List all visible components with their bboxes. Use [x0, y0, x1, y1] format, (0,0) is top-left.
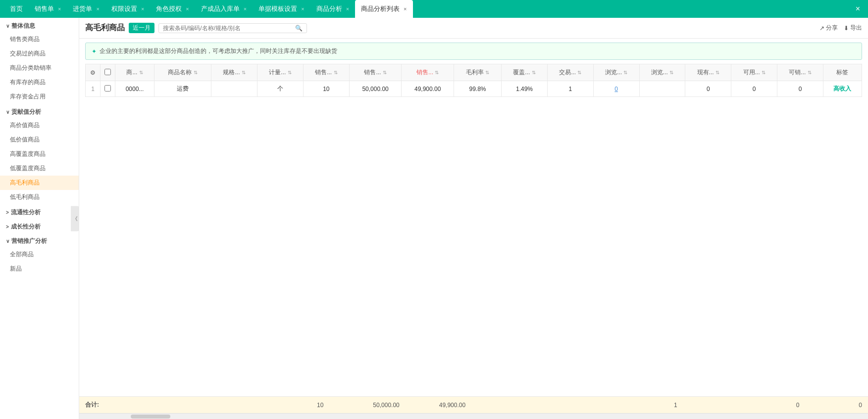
sidebar-item-traded-goods[interactable]: 交易过的商品: [0, 47, 79, 61]
col-trade: 交易... ⇅: [547, 64, 593, 81]
sidebar-item-all-goods[interactable]: 全部商品: [0, 247, 79, 262]
header-actions: ↗ 分享 ⬇ 导出: [819, 24, 862, 32]
cell-current: 0: [685, 81, 731, 97]
cell-checkbox[interactable]: [101, 81, 115, 97]
footer-sales-qty: 10: [317, 402, 323, 409]
cell-view1[interactable]: 0: [593, 81, 639, 97]
content-header: 高毛利商品 近一月 🔍 ↗ 分享 ⬇ 导出: [79, 18, 868, 39]
table-row: 1 0000... 运费 个 10 50,000.00 49,900.00 99…: [86, 81, 862, 97]
nav-permissions[interactable]: 权限设置 ×: [105, 0, 150, 18]
cell-tag: 高收入: [823, 81, 862, 97]
scrollbar-thumb[interactable]: [131, 415, 170, 419]
col-name: 商品名称 ⇅: [154, 64, 211, 81]
col-current: 现有... ⇅: [685, 64, 731, 81]
footer-trade: 1: [674, 402, 677, 409]
page-title: 高毛利商品: [85, 23, 125, 33]
cell-sales-qty: 10: [303, 81, 349, 97]
col-settings[interactable]: ⚙: [86, 64, 101, 81]
col-sales-profit: 销售... ⇅: [402, 64, 454, 81]
chevron-down-icon: ∨: [6, 109, 9, 115]
table-footer: 合计: 10 50,000.00 49,900.00 1 0 0: [79, 396, 868, 413]
row-checkbox[interactable]: [104, 85, 111, 92]
cell-sales-amount: 50,000.00: [349, 81, 402, 97]
nav-purchase-order[interactable]: 进货单 ×: [67, 0, 105, 18]
footer-sales-profit: 49,900.00: [439, 402, 465, 409]
sidebar-group-growth[interactable]: > 成长性分析: [0, 219, 79, 233]
sidebar-item-category-rate[interactable]: 商品分类助销率: [0, 61, 79, 75]
search-input[interactable]: [163, 25, 293, 32]
footer-available: 0: [859, 402, 862, 409]
sidebar-group-flow[interactable]: > 流通性分析: [0, 204, 79, 219]
col-spec: 规格... ⇅: [211, 64, 257, 81]
close-icon[interactable]: ×: [58, 0, 61, 18]
cell-name: 运费: [154, 81, 211, 97]
chevron-right-icon: >: [6, 210, 9, 215]
close-icon[interactable]: ×: [96, 0, 99, 18]
col-unit: 计量... ⇅: [257, 64, 304, 81]
footer-sales-amount: 50,000.00: [373, 402, 399, 409]
export-button[interactable]: ⬇ 导出: [844, 24, 862, 32]
nav-home[interactable]: 首页: [4, 0, 29, 18]
cell-sales-profit: 49,900.00: [402, 81, 454, 97]
chevron-down-icon: ∨: [6, 238, 9, 244]
sidebar-item-sales-goods[interactable]: 销售类商品: [0, 32, 79, 47]
cell-unit: 个: [257, 81, 304, 97]
col-coverage: 覆盖... ⇅: [502, 64, 548, 81]
cell-spec: [211, 81, 257, 97]
sidebar-item-low-coverage[interactable]: 低覆盖度商品: [0, 161, 79, 176]
cell-sellable: 0: [777, 81, 823, 97]
close-icon[interactable]: ×: [244, 0, 247, 18]
cell-code: 0000...: [115, 81, 154, 97]
top-nav: 首页 销售单 × 进货单 × 权限设置 × 角色授权 × 产成品入库单 × 单据…: [0, 0, 868, 18]
sidebar-item-low-value[interactable]: 低价值商品: [0, 133, 79, 147]
nav-product-analysis[interactable]: 商品分析 ×: [310, 0, 355, 18]
data-table: ⚙ 商... ⇅ 商品名称 ⇅ 规格... ⇅ 计量... ⇅ 销售... ⇅ …: [85, 64, 862, 97]
close-icon[interactable]: ×: [141, 0, 144, 18]
notice-icon: ✦: [92, 48, 97, 55]
nav-product-analysis-list[interactable]: 商品分析列表 ×: [355, 0, 412, 18]
col-view1: 浏览... ⇅: [593, 64, 639, 81]
notice-bar: ✦ 企业的主要的利润都是这部分商品创造的，可考虑加大推广，同时关注库存是不要出现…: [85, 43, 862, 60]
nav-sales-order[interactable]: 销售单 ×: [29, 0, 67, 18]
col-sales-qty: 销售... ⇅: [303, 64, 349, 81]
sidebar-group-marketing[interactable]: ∨ 营销推广分析: [0, 233, 79, 247]
time-filter-button[interactable]: 近一月: [129, 23, 154, 33]
sidebar-group-overall[interactable]: ∨ 整体信息: [0, 18, 79, 32]
close-icon[interactable]: ×: [186, 0, 189, 18]
col-sellable: 可销... ⇅: [777, 64, 823, 81]
sidebar-item-high-coverage[interactable]: 高覆盖度商品: [0, 147, 79, 161]
close-icon[interactable]: ×: [404, 0, 407, 18]
nav-template-settings[interactable]: 单据模板设置 ×: [253, 0, 310, 18]
content-area: 高毛利商品 近一月 🔍 ↗ 分享 ⬇ 导出 ✦ 企业的主要的利润都是这部分商品创…: [79, 18, 868, 419]
sidebar-item-stock-capital[interactable]: 库存资金占用: [0, 90, 79, 104]
col-checkbox[interactable]: [101, 64, 115, 81]
close-icon[interactable]: ×: [346, 0, 349, 18]
col-margin: 毛利率 ⇅: [454, 64, 502, 81]
cell-margin: 99.8%: [454, 81, 502, 97]
sidebar-collapse-button[interactable]: 《: [71, 206, 79, 231]
cell-view2: [639, 81, 685, 97]
main-layout: ∨ 整体信息 销售类商品 交易过的商品 商品分类助销率 有库存的商品 库存资金占…: [0, 18, 868, 419]
close-icon[interactable]: ×: [301, 0, 304, 18]
share-button[interactable]: ↗ 分享: [819, 24, 838, 32]
sidebar-item-low-margin[interactable]: 低毛利商品: [0, 190, 79, 204]
col-tag: 标签: [823, 64, 862, 81]
sidebar-item-in-stock[interactable]: 有库存的商品: [0, 75, 79, 90]
select-all-checkbox[interactable]: [104, 69, 111, 75]
chevron-down-icon: ∨: [6, 23, 9, 29]
sidebar-item-high-margin[interactable]: 高毛利商品: [0, 176, 79, 190]
cell-coverage: 1.49%: [502, 81, 548, 97]
cell-trade: 1: [547, 81, 593, 97]
sidebar-item-high-value[interactable]: 高价值商品: [0, 118, 79, 133]
footer-label: 合计:: [85, 401, 99, 409]
nav-roles[interactable]: 角色授权 ×: [150, 0, 195, 18]
col-available: 可用... ⇅: [731, 64, 777, 81]
table-container: ⚙ 商... ⇅ 商品名称 ⇅ 规格... ⇅ 计量... ⇅ 销售... ⇅ …: [79, 64, 868, 396]
horizontal-scrollbar[interactable]: [79, 413, 868, 419]
chevron-right-icon: >: [6, 224, 9, 230]
search-icon[interactable]: 🔍: [295, 25, 303, 32]
nav-product-entry[interactable]: 产成品入库单 ×: [195, 0, 253, 18]
close-all-button[interactable]: ×: [852, 4, 864, 13]
sidebar-group-contribution[interactable]: ∨ 贡献值分析: [0, 104, 79, 118]
sidebar-item-new-goods[interactable]: 新品: [0, 262, 79, 276]
